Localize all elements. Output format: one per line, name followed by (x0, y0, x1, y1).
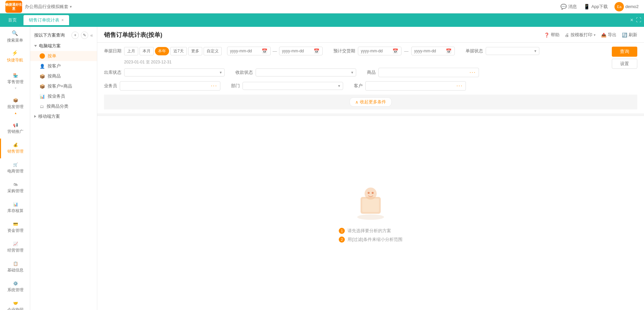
user-area[interactable]: Ea demo2 (614, 2, 639, 11)
sidebar-quick-nav[interactable]: ⚡ 快捷导航 (0, 47, 30, 66)
expected-date-to-input[interactable]: 📅 (411, 47, 455, 55)
delivery-status-item: 出库状态 ▾ (104, 68, 225, 76)
scheme-item-by-product[interactable]: 📦 按商品 (30, 71, 97, 81)
salesperson-dots[interactable]: ··· (211, 83, 217, 89)
app-title-dropdown[interactable]: 办公用品行业模拟账套 ▾ (25, 4, 72, 10)
message-btn[interactable]: 💬 消息 (560, 4, 577, 10)
page-title: 销售订单统计表(按单) (104, 31, 162, 39)
date-btn-custom[interactable]: 自定义 (204, 47, 222, 55)
window-close-btn[interactable]: × (630, 17, 633, 23)
search-icon: 🔍 (12, 30, 18, 36)
customer-field[interactable]: ··· (365, 81, 466, 91)
scheme-item-by-customer[interactable]: 👤 按客户 (30, 61, 97, 71)
avatar: Ea (614, 2, 624, 11)
app-download-label: App下载 (591, 4, 608, 10)
scheme-item-by-salesperson[interactable]: 📊 按业务员 (30, 91, 97, 101)
top-bar-right: 💬 消息 📱 App下载 Ea demo2 (560, 2, 639, 11)
mobile-scheme-group[interactable]: 移动端方案 (30, 111, 97, 121)
date-btn-this-month[interactable]: 本月 (140, 47, 154, 55)
expected-date-from-input[interactable]: 📅 (358, 47, 401, 55)
tab-sales-order[interactable]: 销售订单统计表 × (23, 15, 69, 25)
sidebar-item-retail[interactable]: 🏪 零售管理 ▾ (0, 69, 30, 94)
date-to-field[interactable] (282, 49, 312, 53)
goods-input[interactable] (381, 70, 470, 75)
empty-tip-1: 1 请先选择要分析的方案 (339, 228, 402, 234)
sidebar-item-wholesale-label: 批发管理 (7, 104, 23, 110)
sidebar-search-label: 搜索菜单 (7, 38, 23, 43)
filter-area: 单据日期 上月 本月 本年 近7天 更多 自定义 (97, 43, 644, 113)
pc-scheme-group: 电脑端方案 按单 👤 按客户 📦 按商品 📦 按客户+商品 (30, 41, 97, 111)
goods-field[interactable]: ··· (378, 68, 479, 77)
setting-btn[interactable]: 设置 (612, 59, 637, 69)
date-to-input[interactable]: 📅 (279, 47, 323, 55)
group-expand-icon (34, 45, 37, 47)
sidebar-item-operation[interactable]: 📈 经营管理 (0, 238, 30, 257)
collapse-panel-btn[interactable]: « (90, 33, 93, 38)
export-btn[interactable]: 📤 导出 (601, 32, 616, 38)
customer-dots[interactable]: ··· (457, 83, 463, 89)
expected-date-from-field[interactable] (361, 49, 391, 53)
delivery-status-label: 出库状态 (104, 69, 121, 75)
tab-home[interactable]: 首页 (3, 15, 22, 25)
bill-status-select[interactable]: ▾ (486, 47, 539, 55)
delivery-status-select[interactable]: ▾ (124, 68, 225, 76)
date-btn-this-year[interactable]: 本年 (155, 47, 169, 55)
svg-point-3 (365, 188, 377, 200)
sidebar-item-wholesale[interactable]: 📦 批发管理 ▴ (0, 94, 30, 119)
tab-close-icon[interactable]: × (61, 18, 64, 22)
edit-scheme-btn[interactable]: ✎ (81, 32, 88, 39)
scheme-item-by-customer-product[interactable]: 📦 按客户+商品 (30, 81, 97, 91)
sidebar-item-enterprise[interactable]: 🤝 企业协同 (0, 297, 30, 310)
sidebar-item-basic-label: 基础信息 (7, 267, 23, 273)
bill-status-item: 单据状态 ▾ (466, 47, 539, 55)
bill-status-label: 单据状态 (466, 48, 483, 54)
sidebar-item-system[interactable]: ⚙️ 系统管理 (0, 277, 30, 297)
scheme-item-by-order[interactable]: 按单 (30, 51, 97, 61)
collapse-more-btn[interactable]: ∧ 收起更多条件 (350, 97, 392, 107)
logo-text: 畅捷通好生意 (5, 3, 22, 11)
expected-date-to-field[interactable] (414, 49, 444, 53)
customer-input[interactable] (368, 84, 457, 89)
sidebar-item-sales[interactable]: 💰 销售管理 (0, 139, 30, 158)
content-area: 按以下方案查询 + ✎ « 电脑端方案 (30, 27, 644, 310)
svg-rect-2 (362, 199, 379, 212)
wholesale-icon: 📦 (13, 98, 18, 103)
scheme-item-by-product-category[interactable]: 🗂 按商品分类 (30, 101, 97, 111)
sidebar-item-purchase[interactable]: 🛍 采购管理 (0, 178, 30, 198)
date-btn-7days[interactable]: 近7天 (170, 47, 187, 55)
customer-label: 客户 (354, 83, 363, 89)
sidebar-item-sales-label: 销售管理 (7, 149, 23, 154)
export-icon: 📤 (601, 33, 606, 38)
date-from-input[interactable]: 📅 (227, 47, 271, 55)
pc-scheme-group-header[interactable]: 电脑端方案 (30, 41, 97, 51)
sidebar-search-menu[interactable]: 🔍 搜索菜单 (0, 27, 30, 47)
purchase-icon: 🛍 (13, 182, 17, 187)
sidebar-item-inventory[interactable]: 📊 库存核算 (0, 198, 30, 218)
salesperson-input[interactable] (123, 84, 211, 89)
app-download-btn[interactable]: 📱 App下载 (584, 4, 608, 10)
refresh-btn[interactable]: 🔄 刷新 (622, 32, 637, 38)
date-from-field[interactable] (230, 49, 260, 53)
department-select[interactable]: ▾ (243, 82, 343, 90)
add-scheme-btn[interactable]: + (71, 32, 79, 39)
date-btn-more[interactable]: 更多 (188, 47, 202, 55)
sidebar-item-finance[interactable]: 💳 资金管理 (0, 218, 30, 238)
date-btn-last-month[interactable]: 上月 (124, 47, 138, 55)
sidebar-item-finance-label: 资金管理 (7, 228, 23, 234)
payment-status-select[interactable]: ▾ (256, 68, 356, 76)
edit-icon: ✎ (83, 33, 86, 38)
help-btn[interactable]: ❓ 帮助 (544, 32, 559, 38)
sidebar-item-basic[interactable]: 📋 基础信息 (0, 257, 30, 277)
print-btn[interactable]: 🖨 按模板打印 ▾ (565, 32, 596, 38)
calendar-expected-from-icon: 📅 (392, 48, 398, 54)
goods-dots[interactable]: ··· (470, 69, 476, 75)
sidebar-item-ecommerce[interactable]: 🛒 电商管理 (0, 158, 30, 178)
query-btn[interactable]: 查询 (612, 47, 637, 57)
window-maximize-btn[interactable]: ⛶ (636, 17, 641, 23)
sidebar-item-marketing[interactable]: 📢 营销推广 (0, 119, 30, 139)
salesperson-field[interactable]: ··· (120, 81, 220, 91)
salesperson-item: 业务员 ··· (104, 81, 220, 91)
mobile-group-icon (34, 115, 36, 118)
retail-arrow: ▾ (15, 86, 16, 90)
sidebar-item-marketing-label: 营销推广 (7, 129, 23, 135)
